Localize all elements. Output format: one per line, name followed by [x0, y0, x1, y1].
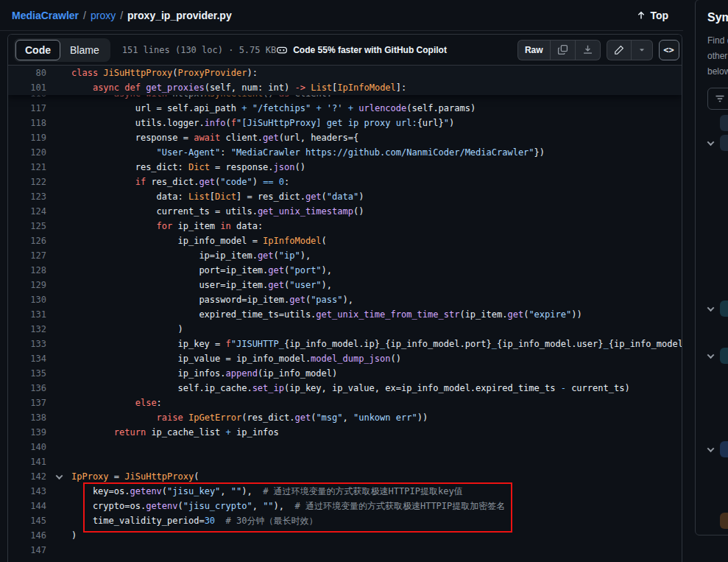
symbol-chip[interactable]: [720, 348, 728, 364]
chevron-down-icon[interactable]: [707, 351, 715, 359]
line-number[interactable]: 138: [8, 410, 46, 425]
line-number[interactable]: 125: [8, 219, 46, 233]
code-text: response = await client.get(url, headers…: [71, 130, 682, 145]
line-number[interactable]: 137: [8, 396, 46, 410]
line-number[interactable]: 118: [8, 116, 46, 130]
line-number[interactable]: 128: [8, 263, 46, 278]
file-view-container: Code Blame 151 lines (130 loc) · 5.75 KB…: [7, 34, 682, 562]
line-number[interactable]: 127: [8, 248, 46, 263]
line-number[interactable]: 119: [8, 130, 46, 145]
symbol-chip[interactable]: [720, 135, 728, 151]
edit-button-group: [607, 40, 653, 60]
raw-button[interactable]: Raw: [518, 41, 550, 60]
code-text: key=os.getenv("jisu_key", ""), # 通过环境变量的…: [71, 484, 682, 499]
line-number[interactable]: 146: [8, 528, 46, 543]
line-number[interactable]: 142: [8, 469, 46, 484]
fold-gutter: [46, 381, 71, 396]
copilot-icon: [276, 44, 288, 56]
line-number[interactable]: 129: [8, 278, 46, 292]
line-number[interactable]: 144: [8, 499, 46, 513]
back-to-top-label: Top: [650, 10, 668, 21]
breadcrumb-folder-link[interactable]: proxy: [91, 10, 116, 21]
tab-blame[interactable]: Blame: [60, 40, 109, 60]
code-line: 118 utils.logger.info(f"[JiSuHttpProxy] …: [8, 116, 682, 130]
download-button[interactable]: [575, 41, 600, 60]
symbol-chip[interactable]: [720, 301, 728, 317]
code-text: "User-Agent": "MediaCrawler https://gith…: [71, 145, 682, 160]
copy-icon: [557, 44, 568, 55]
line-number[interactable]: 131: [8, 307, 46, 322]
line-number[interactable]: 143: [8, 484, 46, 499]
chevron-down-icon[interactable]: [707, 138, 715, 146]
fold-gutter: [46, 130, 71, 145]
edit-dropdown-button[interactable]: [631, 41, 652, 60]
code-line: 134 ip_value = ip_info_model.model_dump_…: [8, 351, 682, 366]
line-number[interactable]: 123: [8, 189, 46, 204]
line-number[interactable]: 134: [8, 351, 46, 366]
fold-gutter: [46, 543, 71, 558]
code-text: IpProxy = JiSuHttpProxy(: [71, 469, 682, 484]
line-number[interactable]: 141: [8, 454, 46, 469]
line-number[interactable]: 101: [8, 80, 46, 95]
line-number[interactable]: 136: [8, 381, 46, 396]
code-text: res_dict: Dict = response.json(): [71, 160, 682, 175]
line-number[interactable]: 140: [8, 440, 46, 454]
line-number[interactable]: 145: [8, 513, 46, 528]
symbol-item[interactable]: [708, 135, 728, 151]
line-number[interactable]: 130: [8, 292, 46, 307]
line-number[interactable]: 139: [8, 425, 46, 440]
breadcrumb-repo-link[interactable]: MediaCrawler: [12, 10, 79, 21]
fold-gutter: [46, 160, 71, 175]
line-number[interactable]: 117: [8, 101, 46, 116]
symbol-item[interactable]: [708, 348, 728, 364]
symbols-panel-toggle[interactable]: <>: [659, 40, 679, 60]
line-number[interactable]: 122: [8, 175, 46, 189]
filter-icon: [714, 93, 726, 105]
code-line: 146): [8, 528, 682, 543]
line-number[interactable]: 126: [8, 233, 46, 248]
tab-code[interactable]: Code: [15, 40, 60, 60]
line-number[interactable]: 121: [8, 160, 46, 175]
symbol-item[interactable]: [708, 301, 728, 317]
chevron-down-icon[interactable]: [707, 304, 715, 312]
code-text: ip_info_model = IpInfoModel(: [71, 233, 682, 248]
fold-gutter: [46, 204, 71, 219]
back-to-top-link[interactable]: Top: [636, 10, 668, 21]
line-number[interactable]: 124: [8, 204, 46, 219]
symbol-item[interactable]: [708, 115, 728, 131]
edit-button[interactable]: [607, 41, 631, 60]
copy-button[interactable]: [550, 41, 575, 60]
fold-gutter: [46, 116, 71, 130]
symbol-chip[interactable]: [720, 441, 728, 457]
code-text: ip_key = f"JISUHTTP_{ip_info_model.ip}_{…: [71, 337, 682, 351]
symbols-description-line: below.: [707, 64, 728, 80]
code-line: 136 self.ip_cache.set_ip(ip_key, ip_valu…: [8, 381, 682, 396]
symbols-filter-button[interactable]: [707, 88, 728, 110]
code-line: 130 password=ip_item.get("pass"),: [8, 292, 682, 307]
fold-gutter: [46, 528, 71, 543]
fold-gutter: [46, 292, 71, 307]
code-text: for ip_item in data:: [71, 219, 682, 233]
code-text: class JiSuHttpProxy(ProxyProvider):: [71, 66, 682, 80]
line-number[interactable]: 135: [8, 366, 46, 381]
symbol-item[interactable]: [708, 441, 728, 457]
copilot-promo[interactable]: Code 55% faster with GitHub Copilot: [276, 44, 447, 56]
code-line: 147: [8, 543, 682, 558]
file-toolbar: Code Blame 151 lines (130 loc) · 5.75 KB…: [8, 35, 682, 66]
line-number[interactable]: 80: [8, 66, 46, 80]
chevron-down-icon[interactable]: [55, 472, 63, 480]
symbol-item[interactable]: [708, 513, 728, 529]
line-number[interactable]: 133: [8, 337, 46, 351]
line-number[interactable]: 147: [8, 543, 46, 558]
file-action-buttons: Raw: [517, 40, 679, 60]
line-number[interactable]: 120: [8, 145, 46, 160]
download-icon: [582, 44, 593, 55]
symbol-chip[interactable]: [720, 115, 728, 131]
code-text: self.ip_cache.set_ip(ip_key, ip_value, e…: [71, 381, 682, 396]
fold-gutter: [46, 454, 71, 469]
code-line: 138 raise IpGetError(res_dict.get("msg",…: [8, 410, 682, 425]
symbol-chip[interactable]: [720, 513, 728, 529]
line-number[interactable]: 132: [8, 322, 46, 337]
breadcrumb-separator: /: [120, 10, 123, 21]
chevron-down-icon[interactable]: [707, 445, 715, 452]
